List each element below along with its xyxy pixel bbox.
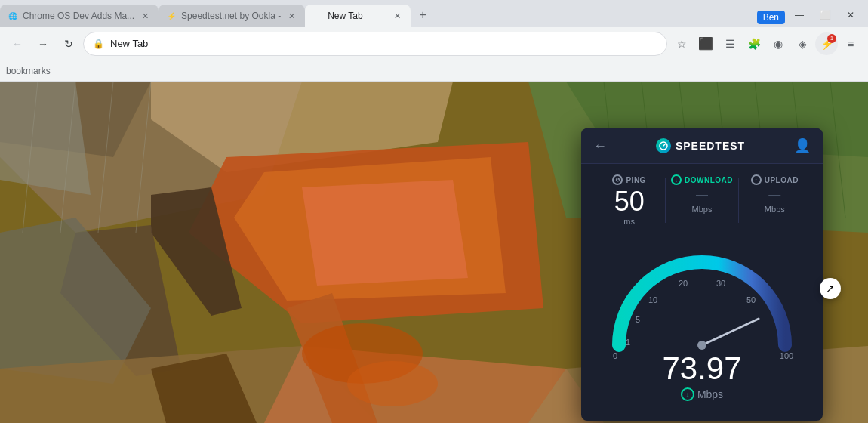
ping-label: PING — [626, 176, 645, 184]
svg-text:10: 10 — [648, 295, 657, 304]
download-label: DOWNLOAD — [685, 176, 733, 184]
ping-value: 50 — [593, 188, 665, 215]
speedtest-header: ← SPEEDTEST 👤 — [581, 128, 823, 164]
new-tab-button[interactable]: + — [412, 5, 433, 26]
upload-unit: Mbps — [739, 205, 811, 214]
gauge-container: 0 1 5 10 20 30 50 100 — [581, 232, 823, 421]
upload-dash: — — [739, 188, 811, 202]
speedtest-badge: 1 — [827, 34, 836, 43]
tab-1-favicon: 🌐 — [8, 11, 18, 21]
tab-bar: 🌐 Chrome OS Dev Adds Ma... ✕ ⚡ Speedtest… — [0, 0, 868, 27]
bookmarks-label: bookmarks — [6, 66, 51, 76]
pocket2-button[interactable]: ◉ — [767, 32, 790, 55]
svg-text:30: 30 — [716, 279, 725, 288]
extensions-button[interactable]: 🧩 — [743, 32, 765, 55]
upload-icon: ↑ — [751, 174, 762, 185]
menu-icon: ≡ — [848, 38, 854, 50]
svg-text:0: 0 — [613, 351, 617, 360]
svg-marker-12 — [0, 82, 91, 195]
upload-label: UPLOAD — [765, 176, 799, 184]
toolbar: ← → ↻ 🔒 New Tab ☆ ⬛ ☰ 🧩 ◉ ◈ — [0, 27, 868, 60]
lock-icon: 🔒 — [93, 39, 104, 49]
pocket-button[interactable]: ⬛ — [694, 32, 717, 55]
metrics-row: ↺ PING 50 ms ↓ DOWNLOAD — Mbps — [581, 164, 823, 232]
upload-header: ↑ UPLOAD — [739, 174, 811, 185]
download-header: ↓ DOWNLOAD — [666, 174, 737, 185]
browser-frame: 🌐 Chrome OS Dev Adds Ma... ✕ ⚡ Speedtest… — [0, 0, 868, 423]
svg-text:20: 20 — [679, 279, 688, 288]
tab-2-favicon: ⚡ — [166, 11, 177, 21]
ext2-button[interactable]: ◈ — [791, 32, 814, 55]
maximize-button[interactable]: ⬜ — [814, 6, 836, 24]
extensions-icon: 🧩 — [748, 38, 761, 50]
star-button[interactable]: ☆ — [670, 32, 693, 55]
speedtest-overlay: ← SPEEDTEST 👤 ↺ — [581, 128, 823, 421]
tab-2-close[interactable]: ✕ — [285, 10, 297, 22]
download-metric: ↓ DOWNLOAD — Mbps — [666, 174, 737, 226]
speedtest-logo-icon — [656, 138, 671, 153]
address-bar[interactable]: 🔒 New Tab — [83, 32, 667, 56]
speedtest-button[interactable]: ⚡ 1 — [815, 32, 838, 55]
pocket2-icon: ◉ — [774, 38, 783, 50]
download-dash: — — [666, 188, 737, 202]
tab-3-favicon — [312, 11, 323, 21]
tab-3[interactable]: New Tab ✕ — [305, 5, 411, 27]
window-controls: — ⬜ ✕ — [788, 6, 868, 27]
svg-line-32 — [702, 319, 759, 345]
toolbar-actions: ☆ ⬛ ☰ 🧩 ◉ ◈ ⚡ 1 ≡ — [670, 32, 862, 55]
download-unit: Mbps — [666, 205, 737, 214]
share-button[interactable]: ↗ — [820, 278, 841, 299]
svg-text:50: 50 — [746, 295, 756, 304]
star-icon: ☆ — [677, 38, 687, 50]
tab-1[interactable]: 🌐 Chrome OS Dev Adds Ma... ✕ — [0, 5, 159, 27]
reader-icon: ☰ — [725, 38, 735, 50]
speed-number: 73.97 — [596, 353, 808, 384]
upload-metric: ↑ UPLOAD — Mbps — [739, 174, 811, 226]
svg-text:100: 100 — [780, 351, 793, 360]
tab-2[interactable]: ⚡ Speedtest.net by Ookla - ✕ — [159, 5, 305, 27]
tab-1-close[interactable]: ✕ — [139, 10, 151, 22]
speed-unit-label: Mbps — [697, 388, 723, 400]
tab-3-title: New Tab — [328, 11, 386, 21]
speedtest-logo-text: SPEEDTEST — [676, 140, 745, 152]
speedtest-logo-svg — [659, 141, 668, 150]
download-arrow-icon: ↓ — [681, 387, 694, 401]
ext2-icon: ◈ — [799, 38, 807, 50]
menu-button[interactable]: ≡ — [839, 32, 862, 55]
speedtest-back-button[interactable]: ← — [593, 138, 607, 154]
download-icon: ↓ — [671, 174, 682, 185]
tab-1-title: Chrome OS Dev Adds Ma... — [23, 11, 134, 21]
ping-metric: ↺ PING 50 ms — [593, 174, 665, 226]
svg-marker-6 — [302, 180, 468, 286]
svg-text:5: 5 — [636, 315, 640, 324]
tab-3-close[interactable]: ✕ — [391, 10, 403, 22]
account-badge[interactable]: Ben — [757, 11, 785, 24]
address-text: New Tab — [110, 38, 657, 49]
pocket-icon: ⬛ — [698, 36, 713, 51]
share-icon: ↗ — [826, 283, 835, 295]
ping-unit: ms — [593, 217, 665, 226]
speed-unit: ↓ Mbps — [596, 387, 808, 401]
content-area: ← SPEEDTEST 👤 ↺ — [0, 82, 868, 423]
forward-button[interactable]: → — [32, 32, 54, 55]
ping-header: ↺ PING — [593, 174, 665, 185]
gauge-svg: 0 1 5 10 20 30 50 100 — [596, 239, 808, 360]
speedtest-logo: SPEEDTEST — [656, 138, 745, 153]
tab-2-title: Speedtest.net by Ookla - — [181, 11, 281, 21]
speedtest-user-button[interactable]: 👤 — [794, 137, 811, 154]
back-button[interactable]: ← — [6, 32, 29, 55]
svg-point-30 — [347, 361, 438, 406]
minimize-button[interactable]: — — [788, 6, 811, 24]
svg-text:1: 1 — [626, 338, 630, 347]
svg-point-33 — [697, 341, 706, 350]
close-button[interactable]: ✕ — [839, 6, 862, 24]
bookmarks-bar: bookmarks — [0, 60, 868, 82]
reader-button[interactable]: ☰ — [719, 32, 741, 55]
speed-result: 73.97 ↓ Mbps — [596, 353, 808, 409]
ping-icon: ↺ — [612, 174, 623, 185]
reload-button[interactable]: ↻ — [57, 32, 80, 55]
